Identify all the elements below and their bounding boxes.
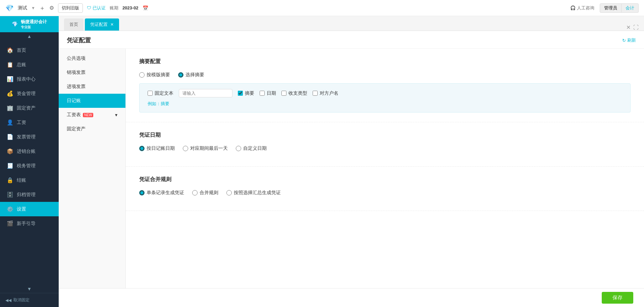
sidebar-item-label: 总账 <box>17 62 26 68</box>
sidebar-item-label: 首页 <box>17 47 26 53</box>
left-nav-sales[interactable]: 销项发票 <box>59 65 125 80</box>
sidebar-item-home[interactable]: 🏠 首页 <box>0 43 59 57</box>
fixed-text-checkbox[interactable] <box>148 91 153 96</box>
summary-config-row: 固定文本 摘要 日期 <box>148 89 622 97</box>
merge-config-section: 凭证合并规则 单条记录生成凭证 合并规则 <box>126 167 644 211</box>
top-bar-right: 🎧 人工咨询 管理员 会计 <box>570 3 639 13</box>
sidebar-item-ledger[interactable]: 📋 总账 <box>0 57 59 72</box>
left-nav-journal[interactable]: 日记账 <box>59 94 125 108</box>
summary-option-select[interactable]: 选择摘要 <box>178 72 204 78</box>
tab-home-label: 首页 <box>69 21 78 28</box>
summary-checkbox[interactable] <box>238 91 243 96</box>
date-option-custom[interactable]: 自定义日期 <box>236 145 267 151</box>
sidebar-item-label: 新手引导 <box>17 221 36 227</box>
summary-radio-select[interactable] <box>178 72 183 78</box>
sidebar-item-tax[interactable]: 🧾 税务管理 <box>0 159 59 173</box>
sidebar-item-report[interactable]: 📊 报表中心 <box>0 72 59 86</box>
left-nav-public[interactable]: 公共选项 <box>59 51 125 65</box>
left-nav-purchase[interactable]: 进项发票 <box>59 80 125 94</box>
date-option-period[interactable]: 对应期间最后一天 <box>183 145 228 151</box>
tab-expand-button[interactable]: ⛶ <box>633 25 639 31</box>
left-nav: 公共选项 销项发票 进项发票 日记账 工资表 NEW <box>59 49 126 288</box>
sidebar-item-purchase[interactable]: 📦 进销台账 <box>0 144 59 159</box>
refresh-icon: ↻ <box>622 38 626 43</box>
top-bar-add-icon[interactable]: ＋ <box>39 4 45 12</box>
date-option-journal[interactable]: 按日记账日期 <box>139 145 175 151</box>
sidebar-item-guide[interactable]: 🎬 新手引导 <box>0 216 59 231</box>
expand-icon: ▾ <box>115 112 117 118</box>
left-nav-payroll[interactable]: 工资表 NEW ▾ <box>59 108 125 122</box>
save-button[interactable]: 保存 <box>602 292 633 304</box>
date-checkbox[interactable] <box>260 91 265 96</box>
tax-icon: 🧾 <box>7 163 13 169</box>
tab-home[interactable]: 首页 <box>64 18 84 31</box>
fixed-icon: 🏢 <box>7 105 13 111</box>
sidebar-item-label: 发票管理 <box>17 134 36 140</box>
sidebar-item-label: 归档管理 <box>17 192 36 198</box>
page-title: 凭证配置 <box>67 36 91 44</box>
merge-option-rule[interactable]: 合并规则 <box>192 190 218 196</box>
counterpart-checkbox[interactable] <box>313 91 318 96</box>
shield-icon: 🛡 <box>87 5 91 10</box>
new-badge: NEW <box>83 113 93 117</box>
tab-voucher-config-label: 凭证配置 <box>90 21 108 28</box>
accountant-button[interactable]: 会计 <box>622 3 639 13</box>
sidebar-item-invoice[interactable]: 📄 发票管理 <box>0 130 59 144</box>
sidebar-item-label: 进销台账 <box>17 148 36 155</box>
left-nav-fixed-assets-label: 固定资产 <box>67 126 86 131</box>
merge-radio-rule[interactable] <box>192 190 198 195</box>
merge-option-summary[interactable]: 按照选择汇总生成凭证 <box>226 190 281 196</box>
sidebar-item-label: 设置 <box>17 206 26 212</box>
sidebar-item-salary[interactable]: 👤 工资 <box>0 115 59 130</box>
sidebar-item-settings[interactable]: ⚙️ 设置 <box>0 202 59 216</box>
tab-close-icon[interactable]: ✕ <box>110 22 114 27</box>
fixed-text-input[interactable] <box>179 89 232 97</box>
main-layout: 💎 畅捷通好会计 专业版 ▲ 🏠 首页 📋 总账 📊 报表中心 💰 资金管理 <box>0 16 644 307</box>
sidebar-item-close[interactable]: 🔒 结账 <box>0 173 59 187</box>
merge-option-single[interactable]: 单条记录生成凭证 <box>139 190 184 196</box>
content-area: 首页 凭证配置 ✕ ✕ ⛶ 凭证配置 ↻ 刷新 <box>59 16 644 307</box>
tab-close-button[interactable]: ✕ <box>626 24 631 31</box>
income-type-checkbox[interactable] <box>281 91 286 96</box>
sidebar: 💎 畅捷通好会计 专业版 ▲ 🏠 首页 📋 总账 📊 报表中心 💰 资金管理 <box>0 16 59 307</box>
left-nav-fixed-assets[interactable]: 固定资产 <box>59 122 125 136</box>
sidebar-item-capital[interactable]: 💰 资金管理 <box>0 86 59 101</box>
sidebar-logo: 💎 畅捷通好会计 专业版 <box>0 16 59 32</box>
switch-version-button[interactable]: 切到旧版 <box>58 3 83 13</box>
merge-radio-summary[interactable] <box>226 190 232 195</box>
top-bar-settings-icon[interactable]: ⚙ <box>49 5 54 11</box>
consult-button[interactable]: 🎧 人工咨询 <box>570 5 594 11</box>
counterpart-checkbox-option[interactable]: 对方户名 <box>313 90 338 96</box>
summary-config-box: 固定文本 摘要 日期 <box>139 83 631 113</box>
sidebar-scroll-down[interactable]: ▼ <box>0 285 59 293</box>
date-config-title: 凭证日期 <box>139 132 631 139</box>
summary-radio-template[interactable] <box>139 72 145 78</box>
summary-checkbox-option[interactable]: 摘要 <box>238 90 254 96</box>
sidebar-item-label: 结账 <box>17 177 26 183</box>
date-radio-period[interactable] <box>183 146 188 151</box>
tab-bar: 首页 凭证配置 ✕ ✕ ⛶ <box>59 16 644 31</box>
merge-radio-single[interactable] <box>139 190 145 195</box>
certified-badge: 🛡 已认证 <box>87 5 106 11</box>
left-nav-journal-label: 日记账 <box>67 98 81 103</box>
guide-icon: 🎬 <box>7 220 13 227</box>
sidebar-item-label: 固定资产 <box>17 105 36 111</box>
refresh-button[interactable]: ↻ 刷新 <box>622 37 636 43</box>
tab-voucher-config[interactable]: 凭证配置 ✕ <box>85 18 119 31</box>
sidebar-scroll-up[interactable]: ▲ <box>0 32 59 40</box>
calendar-icon[interactable]: 📅 <box>143 5 148 11</box>
left-nav-payroll-inner: 工资表 NEW <box>67 112 93 118</box>
fixed-text-option[interactable]: 固定文本 <box>148 90 173 96</box>
income-type-checkbox-option[interactable]: 收支类型 <box>281 90 307 96</box>
manager-button[interactable]: 管理员 <box>600 3 622 13</box>
date-checkbox-option[interactable]: 日期 <box>260 90 276 96</box>
cancel-fixed-button[interactable]: ◀◀ 取消固定 <box>0 293 59 307</box>
left-nav-sales-label: 销项发票 <box>67 70 86 75</box>
sidebar-item-fixed[interactable]: 🏢 固定资产 <box>0 101 59 115</box>
date-radio-custom[interactable] <box>236 146 241 151</box>
top-bar-arrow-icon[interactable]: ▼ <box>31 6 35 10</box>
date-radio-journal[interactable] <box>139 146 145 151</box>
summary-option-template[interactable]: 按模版摘要 <box>139 72 170 78</box>
date-config-section: 凭证日期 按日记账日期 对应期间最后一天 <box>126 122 644 167</box>
sidebar-item-archive[interactable]: 🗄️ 归档管理 <box>0 187 59 202</box>
